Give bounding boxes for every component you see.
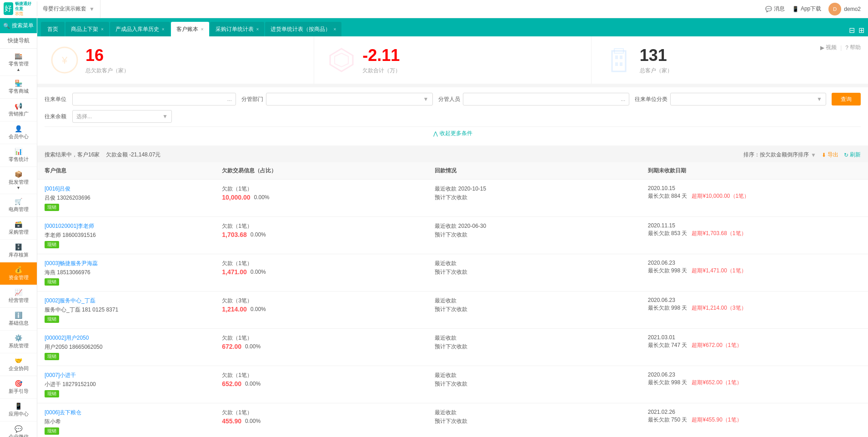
filter-dept-label: 分管部门 [241, 95, 263, 103]
stat-number-amount: -2.11 [362, 45, 401, 65]
tab-close-3[interactable]: × [201, 27, 204, 32]
filter-area: 往来单位 ... 分管部门 ▼ 分管人员 [37, 87, 868, 146]
sidebar-item-enterprise-wechat[interactable]: 💬 企业微信 [0, 422, 37, 437]
logo-icon: 好 [4, 2, 13, 15]
svg-rect-8 [615, 62, 618, 66]
stat-info-owed-customers: 16 总欠款客户（家） [85, 45, 129, 75]
sidebar-item-guide[interactable]: 🎯 新手引导 [0, 376, 37, 399]
stats-row: ¥ 16 总欠款客户（家） [37, 36, 868, 84]
video-link[interactable]: ▶视频 [820, 44, 837, 51]
logo-area: 好 畅捷通好生意 示范 [0, 1, 37, 16]
export-btn[interactable]: ⬇ 导出 [822, 151, 838, 159]
quick-nav[interactable]: 快捷导航 [0, 33, 37, 49]
collapse-btn[interactable]: ⋀ 收起更多条件 [45, 126, 861, 140]
tab-customer-account[interactable]: 客户账本 × [171, 22, 209, 36]
stat-card-owed-amount: -2.11 欠款合计（万） [314, 36, 591, 84]
stat-number-owed: 16 [85, 45, 129, 65]
svg-marker-3 [335, 53, 348, 67]
tab-close-4[interactable]: × [256, 27, 259, 32]
tab-close-5[interactable]: × [333, 27, 336, 32]
stat-number-total: 131 [640, 45, 672, 65]
table-row: [000002]用户2050 用户2050 18665062050 现销 欠款（… [37, 329, 868, 366]
tab-expand-btn[interactable]: ⊞ [858, 26, 864, 35]
sidebar-item-purchase[interactable]: 🗃️ 采购管理 [0, 217, 37, 240]
stat-icon-building [605, 46, 632, 74]
table-header: 客户信息 欠款交易信息（占比） 回款情况 到期未收款日期 [37, 162, 868, 180]
table-row: [0006]去下粮仓 陈小希 现销 欠款（1笔） 455.90 0.00% 最近… [37, 403, 868, 437]
data-table: 客户信息 欠款交易信息（占比） 回款情况 到期未收款日期 [0016]吕俊 吕俊… [37, 162, 868, 437]
filter-person-input[interactable]: ... [463, 93, 630, 105]
debt-label-0: 欠款（1笔） [222, 185, 435, 193]
svg-rect-4 [612, 51, 626, 71]
sidebar-item-basic-info[interactable]: ℹ️ 基础信息 [0, 308, 37, 331]
stat-card-total: 131 总客户（家） ▶视频 | ?帮助 [592, 36, 868, 84]
filter-dept-select[interactable]: ▼ [266, 93, 433, 105]
refresh-btn[interactable]: ↻ 刷新 [844, 151, 861, 159]
tab-close-2[interactable]: × [162, 27, 165, 32]
filter-unit-cat-select[interactable]: ▼ [670, 93, 826, 105]
messages-btn[interactable]: 💬 消息 [765, 5, 785, 13]
table-row: [0016]吕俊 吕俊 13026203696 现销 欠款（1笔） 10,000… [37, 180, 868, 217]
tab-purchase-goods-stats[interactable]: 进货单统计表（按商品） × [265, 22, 341, 36]
sidebar-item-finance[interactable]: 💰 资金管理 [0, 262, 37, 285]
svg-text:¥: ¥ [61, 55, 68, 66]
customer-phone-1: 李老师 18600391516 [45, 231, 222, 239]
table-row: [0007]小进干 小进干 18279152100 现销 欠款（1笔） 652.… [37, 366, 868, 403]
tab-bar: 首页 商品上下架 × 产成品入库单历史 × 客户账本 × 采购订单统计表 × 进… [37, 18, 868, 36]
stat-info-amount: -2.11 欠款合计（万） [362, 45, 401, 75]
search-menu[interactable]: 🔍 搜索菜单 [0, 18, 37, 33]
sidebar-item-system[interactable]: ⚙️ 系统管理 [0, 331, 37, 353]
table-row: [0003]畅捷服务尹海蕊 海燕 18513066976 现销 欠款（1笔） 1… [37, 254, 868, 291]
svg-rect-9 [620, 62, 622, 66]
logo-subtitle: 示范 [15, 11, 33, 16]
stat-icon-money: ¥ [51, 46, 78, 74]
sidebar-item-batch-mgmt[interactable]: 📦 批发管理 ▼ [0, 167, 37, 194]
sidebar-item-ecommerce[interactable]: 🛒 电商管理 [0, 194, 37, 217]
result-bar: 搜索结果中，客户16家 欠款金额 -21,148.07元 排序：按欠款金额倒序排… [37, 147, 868, 162]
query-button[interactable]: 查询 [832, 93, 861, 105]
company-selector[interactable]: 母婴行业演示账套 ▼ [37, 0, 100, 18]
svg-marker-2 [330, 49, 353, 71]
filter-balance-label: 往来余额 [45, 113, 70, 121]
sidebar: 🔍 搜索菜单 快捷导航 🏬 零售管理 ▲ 🏪 零售商城 📢 营销推广 👤 会员中… [0, 18, 37, 437]
sidebar-item-member[interactable]: 👤 会员中心 [0, 121, 37, 144]
last-collect-0: 最近收款 2020-10-15 [435, 185, 647, 193]
filter-balance-select[interactable]: 选择... ▼ [72, 110, 172, 123]
sidebar-item-retail-mall[interactable]: 🏪 零售商城 [0, 76, 37, 99]
user-avatar[interactable]: D demo2 [828, 3, 861, 15]
table-row: [0002]服务中心_丁磊 服务中心_丁磊 181 0125 8371 现销 欠… [37, 291, 868, 329]
sidebar-item-ops[interactable]: 📈 经营管理 [0, 285, 37, 308]
sidebar-item-retail-stats[interactable]: 📊 零售统计 [0, 144, 37, 167]
sidebar-item-marketing[interactable]: 📢 营销推广 [0, 99, 37, 121]
overdue-date-0: 2020.10.15 [648, 185, 861, 191]
overdue-amount-0[interactable]: 超期¥10,000.00（1笔） [692, 193, 749, 199]
stat-icon-diamond [328, 46, 355, 74]
debt-amount-0: 10,000.00 [222, 194, 250, 201]
tab-restore-btn[interactable]: ⊟ [849, 26, 855, 35]
next-collect-0: 预计下次收款 [435, 194, 647, 201]
tab-purchase-stats[interactable]: 采购订单统计表 × [210, 22, 265, 36]
stat-card-owed-customers: ¥ 16 总欠款客户（家） [37, 36, 314, 84]
svg-rect-6 [615, 55, 618, 59]
overdue-days-0: 最长欠款 884 天 [648, 193, 687, 199]
customer-name-1[interactable]: [0001020001]李老师 [45, 222, 222, 230]
customer-tag-1: 现销 [45, 241, 59, 248]
filter-source-unit-input[interactable]: ... [72, 93, 236, 105]
tab-production-history[interactable]: 产成品入库单历史 × [110, 22, 170, 36]
customer-name-0[interactable]: [0016]吕俊 [45, 185, 222, 193]
tab-products-offline[interactable]: 商品上下架 × [65, 22, 109, 36]
logo-text: 畅捷通好生意 [15, 1, 33, 11]
table-row: [0001020001]李老师 李老师 18600391516 现销 欠款（1笔… [37, 217, 868, 254]
debt-percent-0: 0.00% [254, 194, 270, 201]
sort-selector[interactable]: 排序：按欠款金额倒序排序 ▼ [743, 151, 816, 159]
sidebar-item-enterprise-collab[interactable]: 🤝 企业协同 [0, 353, 37, 376]
sidebar-item-retail-mgmt[interactable]: 🏬 零售管理 ▲ [0, 49, 37, 76]
sidebar-item-inventory[interactable]: 🗄️ 库存核算 [0, 240, 37, 262]
help-link[interactable]: ?帮助 [845, 44, 861, 51]
filter-person-label: 分管人员 [438, 95, 460, 103]
tab-close-1[interactable]: × [101, 27, 104, 32]
app-download-btn[interactable]: 📱 App下载 [792, 5, 821, 13]
tab-home[interactable]: 首页 [41, 22, 65, 36]
sidebar-item-app-center[interactable]: 📱 应用中心 [0, 399, 37, 422]
stat-label-owed: 总欠款客户（家） [85, 67, 129, 75]
